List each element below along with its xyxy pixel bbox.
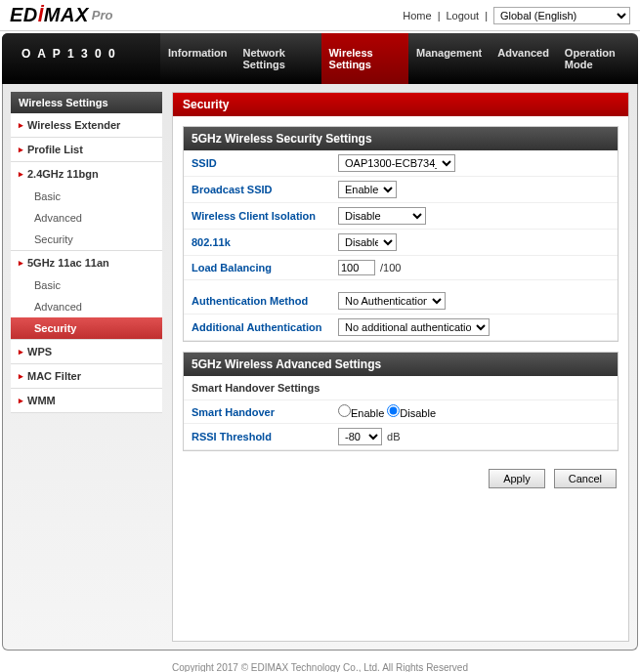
security-panel: 5GHz Wireless Security Settings SSID OAP… — [183, 126, 619, 342]
sidebar-item-mac-filter[interactable]: MAC Filter — [11, 364, 162, 388]
footer: Copyright 2017 © EDIMAX Technology Co., … — [0, 651, 640, 672]
advanced-panel: 5GHz Wireless Advanced Settings Smart Ha… — [183, 352, 619, 451]
rssi-select[interactable]: -80 — [338, 428, 382, 445]
sidebar-item-5-basic[interactable]: Basic — [11, 274, 162, 296]
rssi-unit: dB — [387, 431, 400, 442]
sidebar-title: Wireless Settings — [11, 92, 162, 113]
page-title: Security — [173, 93, 628, 116]
addauth-label: Additional Authentication — [184, 315, 330, 341]
handover-disable-radio[interactable] — [387, 404, 400, 417]
loadbal-input[interactable] — [338, 260, 375, 275]
loadbal-suffix: /100 — [380, 262, 401, 273]
loadbal-label: Load Balancing — [184, 256, 330, 280]
nav-operation-mode[interactable]: Operation Mode — [557, 33, 638, 84]
home-link[interactable]: Home — [403, 10, 431, 21]
sidebar-item-wmm[interactable]: WMM — [11, 389, 162, 412]
broadcast-label: Broadcast SSID — [184, 177, 330, 203]
isolation-label: Wireless Client Isolation — [184, 203, 330, 230]
top-links: Home | Logout | Global (English) — [403, 7, 630, 24]
sidebar-item-24-security[interactable]: Security — [11, 229, 162, 250]
sidebar-item-5-security[interactable]: Security — [11, 317, 162, 339]
model-label: O A P 1 3 0 0 — [2, 33, 160, 84]
broadcast-select[interactable]: Enable — [338, 181, 397, 198]
handover-subhead: Smart Handover Settings — [184, 376, 618, 400]
nav-network-settings[interactable]: Network Settings — [235, 33, 321, 84]
sidebar-item-24-basic[interactable]: Basic — [11, 186, 162, 207]
sidebar-item-24ghz[interactable]: 2.4GHz 11bgn — [11, 162, 162, 186]
rssi-label: RSSI Threshold — [184, 424, 330, 450]
logo: EDİMAXPro — [10, 4, 112, 26]
addauth-select[interactable]: No additional authentication — [338, 318, 490, 336]
cancel-button[interactable]: Cancel — [554, 469, 617, 488]
handover-label: Smart Handover — [184, 400, 330, 424]
auth-select[interactable]: No Authentication — [338, 292, 446, 310]
sidebar-item-profile[interactable]: Profile List — [11, 138, 162, 161]
topbar: EDİMAXPro Home | Logout | Global (Englis… — [0, 0, 640, 31]
sidebar-item-24-advanced[interactable]: Advanced — [11, 207, 162, 229]
nav-information[interactable]: Information — [160, 33, 235, 84]
ssid-label: SSID — [184, 150, 330, 177]
advanced-panel-title: 5GHz Wireless Advanced Settings — [184, 353, 618, 376]
nav-management[interactable]: Management — [408, 33, 490, 84]
nav-wireless-settings[interactable]: Wireless Settings — [321, 33, 408, 84]
nav-advanced[interactable]: Advanced — [490, 33, 557, 84]
ssid-select[interactable]: OAP1300-ECB734_A — [338, 154, 455, 172]
handover-disable-option[interactable]: Disable — [387, 407, 436, 419]
isolation-select[interactable]: Disable — [338, 207, 426, 225]
auth-label: Authentication Method — [184, 288, 330, 315]
sidebar-item-extender[interactable]: Wireless Extender — [11, 113, 162, 137]
handover-enable-radio[interactable] — [338, 404, 351, 417]
security-panel-title: 5GHz Wireless Security Settings — [184, 127, 618, 150]
navbar: O A P 1 3 0 0 Information Network Settin… — [2, 33, 638, 84]
language-select[interactable]: Global (English) — [493, 7, 630, 24]
80211k-select[interactable]: Disable — [338, 233, 397, 251]
content: Security 5GHz Wireless Security Settings… — [172, 92, 629, 642]
sidebar: Wireless Settings Wireless Extender Prof… — [11, 92, 162, 642]
sidebar-item-5-advanced[interactable]: Advanced — [11, 296, 162, 317]
sidebar-item-5ghz[interactable]: 5GHz 11ac 11an — [11, 251, 162, 274]
handover-enable-option[interactable]: Enable — [338, 407, 384, 419]
80211k-label: 802.11k — [184, 230, 330, 256]
apply-button[interactable]: Apply — [489, 469, 545, 488]
logout-link[interactable]: Logout — [446, 10, 479, 21]
sidebar-item-wps[interactable]: WPS — [11, 340, 162, 363]
